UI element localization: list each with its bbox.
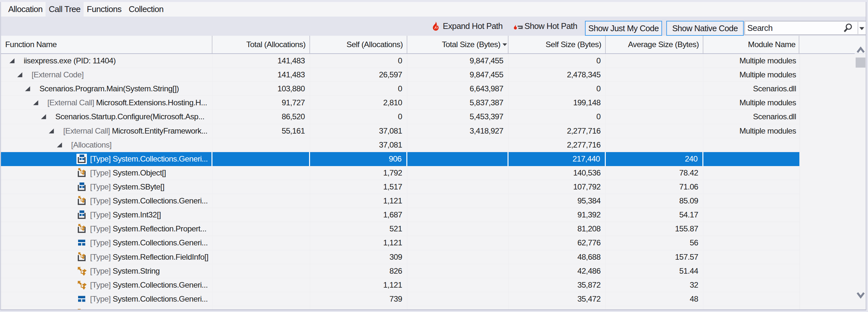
cell-total-allocations bbox=[212, 208, 310, 222]
cell-module-name bbox=[703, 194, 799, 208]
cell-total-size: 6,643,987 bbox=[407, 82, 508, 96]
search-divider bbox=[858, 22, 858, 34]
toolbar: Expand Hot Path Show Hot Path Show Just … bbox=[1, 16, 866, 36]
table-row[interactable]: [Type] System.Int32[]1,68791,39254.17 bbox=[1, 208, 799, 222]
cell-total-allocations bbox=[212, 138, 310, 152]
column-header-total-size[interactable]: Total Size (Bytes) bbox=[407, 36, 508, 53]
show-just-my-code-button[interactable]: Show Just My Code bbox=[585, 21, 662, 36]
table-row[interactable]: [External Code]141,48326,5979,847,4552,4… bbox=[1, 68, 799, 82]
table-header: Function Name Total (Allocations) Self (… bbox=[1, 36, 866, 53]
column-header-total-allocations[interactable]: Total (Allocations) bbox=[212, 36, 310, 53]
expander-expanded-icon[interactable] bbox=[9, 58, 14, 63]
table-row[interactable]: [Type] System.Collections.Generi...90621… bbox=[1, 152, 799, 166]
tab-call-tree[interactable]: Call Tree bbox=[45, 2, 84, 16]
column-header-module-name[interactable]: Module Name bbox=[703, 36, 799, 53]
show-hot-path-button[interactable]: Show Hot Path bbox=[513, 16, 577, 36]
table-row[interactable]: [Type] System.String82642,48651.44 bbox=[1, 264, 799, 278]
cell-total-size bbox=[407, 180, 508, 194]
table-row[interactable]: [Type] System.Collections.Generi...73935… bbox=[1, 292, 799, 306]
scrollbar-thumb[interactable] bbox=[856, 58, 865, 68]
table-row[interactable]: [Type] System.Object[]1,792140,53678.42 bbox=[1, 166, 799, 180]
table-row[interactable]: [External Call] Microsoft.Extensions.Hos… bbox=[1, 96, 799, 110]
search-icon bbox=[843, 23, 853, 33]
cell-total-size bbox=[407, 292, 508, 306]
table-row[interactable]: iisexpress.exe (PID: 11404)141,48309,847… bbox=[1, 54, 799, 68]
cell-total-allocations bbox=[212, 194, 310, 208]
cell-average-size: 48 bbox=[606, 292, 703, 306]
table-row[interactable]: [Type] System.Collections.Generi... bbox=[1, 306, 799, 309]
cell-self-size bbox=[508, 306, 606, 309]
cell-average-size: 71.06 bbox=[606, 180, 703, 194]
cell-module-name bbox=[703, 264, 799, 278]
cell-self-size: 217,440 bbox=[508, 152, 606, 166]
cell-total-size bbox=[407, 222, 508, 236]
tab-functions[interactable]: Functions bbox=[84, 2, 124, 16]
cell-self-size: 35,472 bbox=[508, 292, 606, 306]
expander-expanded-icon[interactable] bbox=[25, 86, 30, 91]
cell-function-name: iisexpress.exe (PID: 11404) bbox=[1, 54, 212, 68]
cell-self-allocations: 1,517 bbox=[310, 180, 407, 194]
cell-self-allocations: 1,792 bbox=[310, 166, 407, 180]
hot-path-icon bbox=[513, 22, 523, 31]
scrollbar-down-button[interactable] bbox=[857, 292, 865, 299]
cell-total-allocations bbox=[212, 222, 310, 236]
search-input[interactable]: Search bbox=[744, 21, 866, 35]
table-row[interactable]: [Type] System.SByte[]1,517107,79271.06 bbox=[1, 180, 799, 194]
dropdown-caret-icon[interactable] bbox=[859, 27, 864, 30]
tab-allocation[interactable]: Allocation bbox=[5, 2, 46, 16]
scrollbar-up-button[interactable] bbox=[857, 46, 865, 53]
cell-total-allocations: 103,880 bbox=[212, 82, 310, 96]
cell-self-size: 0 bbox=[508, 82, 606, 96]
column-header-self-allocations[interactable]: Self (Allocations) bbox=[310, 36, 407, 53]
cell-function-name: [Type] System.Collections.Generi... bbox=[1, 306, 212, 309]
cell-self-allocations: 1,121 bbox=[310, 236, 407, 250]
tab-collection[interactable]: Collection bbox=[125, 2, 167, 16]
cell-function-name: [Type] System.String bbox=[1, 264, 212, 278]
expander-expanded-icon[interactable] bbox=[17, 72, 23, 77]
cell-function-name: [Type] System.Reflection.FieldInfo[] bbox=[1, 250, 212, 264]
column-header-average-size[interactable]: Average Size (Bytes) bbox=[606, 36, 703, 53]
table-row[interactable]: [Type] System.Reflection.FieldInfo[]3094… bbox=[1, 250, 799, 264]
cell-self-size: 107,792 bbox=[508, 180, 606, 194]
table-row[interactable]: [Type] System.Collections.Generi...1,121… bbox=[1, 278, 799, 292]
table-row[interactable]: [Type] System.Collections.Generi...1,121… bbox=[1, 236, 799, 250]
cell-module-name: Multiple modules bbox=[703, 54, 799, 68]
cell-total-size bbox=[407, 166, 508, 180]
sort-descending-icon bbox=[502, 43, 507, 46]
cell-total-allocations bbox=[212, 250, 310, 264]
expand-hot-path-button[interactable]: Expand Hot Path bbox=[432, 16, 503, 36]
cell-average-size bbox=[606, 110, 703, 124]
array-type-icon bbox=[76, 196, 87, 206]
table-row[interactable]: [Allocations]37,0812,277,716 bbox=[1, 138, 799, 152]
show-native-code-button[interactable]: Show Native Code bbox=[666, 21, 744, 36]
expander-expanded-icon[interactable] bbox=[49, 128, 54, 134]
cell-self-allocations: 26,597 bbox=[310, 68, 407, 81]
table-row[interactable]: Scenarios.Startup.Configure(Microsoft.As… bbox=[1, 110, 799, 124]
table-row[interactable]: Scenarios.Program.Main(System.String[])1… bbox=[1, 82, 799, 96]
cell-average-size: 240 bbox=[606, 152, 703, 166]
cell-total-allocations bbox=[212, 166, 310, 180]
cell-function-name: [Type] System.Reflection.Propert... bbox=[1, 222, 212, 236]
array-type-icon bbox=[76, 168, 87, 178]
cell-total-size bbox=[407, 250, 508, 264]
cell-self-size: 0 bbox=[508, 110, 606, 124]
cell-module-name bbox=[703, 236, 799, 250]
cell-module-name: Multiple modules bbox=[703, 124, 799, 138]
cell-function-name: [External Call] Microsoft.Extensions.Hos… bbox=[1, 96, 212, 109]
cell-self-allocations: 0 bbox=[310, 82, 407, 96]
array-type-icon bbox=[76, 154, 87, 164]
window-border-right bbox=[866, 2, 866, 310]
column-header-self-size[interactable]: Self Size (Bytes) bbox=[508, 36, 606, 53]
cell-self-size: 2,478,345 bbox=[508, 68, 606, 81]
table-row[interactable]: [Type] System.Collections.Generi...1,121… bbox=[1, 194, 799, 208]
cell-function-name: [Allocations] bbox=[1, 138, 212, 152]
cell-function-name: [Type] System.Collections.Generi... bbox=[1, 292, 212, 306]
cell-self-size: 2,277,716 bbox=[508, 124, 606, 138]
expander-expanded-icon[interactable] bbox=[33, 100, 38, 105]
cell-self-allocations: 37,081 bbox=[310, 138, 407, 152]
expander-expanded-icon[interactable] bbox=[57, 142, 62, 147]
expander-expanded-icon[interactable] bbox=[41, 114, 46, 119]
table-row[interactable]: [Type] System.Reflection.Propert...52181… bbox=[1, 222, 799, 236]
column-header-function-name[interactable]: Function Name bbox=[1, 36, 212, 53]
table-row[interactable]: [External Call] Microsoft.EntityFramewor… bbox=[1, 124, 799, 138]
